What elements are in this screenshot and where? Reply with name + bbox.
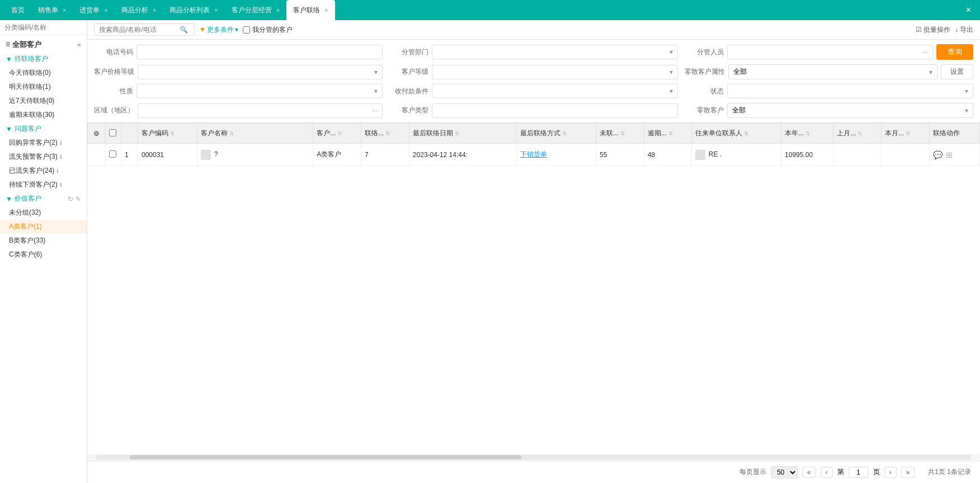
- th-no-contact[interactable]: 未联... ⇅: [596, 124, 644, 144]
- sidebar-item-7days[interactable]: 近7天待联络(0): [0, 94, 87, 108]
- tab-sales[interactable]: 销售单 ×: [31, 0, 73, 20]
- sidebar-item-at-risk[interactable]: 流失预警客户(3) ℹ: [0, 150, 87, 164]
- sidebar-item-overdue[interactable]: 逾期未联络(30): [0, 108, 87, 122]
- problem-customers-section[interactable]: ▼ 问题客户: [0, 122, 87, 136]
- th-this-year[interactable]: 本年... ⇅: [781, 124, 833, 144]
- filter-bar: 🔍 ▼ 更多条件 ▾ 我分管的客户 ☑ 批量操作 ↓ 导出: [87, 20, 980, 40]
- th-this-month[interactable]: 本月... ⇅: [882, 124, 930, 144]
- prev-page-button[interactable]: ‹: [821, 467, 833, 478]
- row-overdue: 48: [644, 144, 692, 166]
- person-select[interactable]: ···: [727, 45, 933, 59]
- tab-purchase[interactable]: 进货单 ×: [73, 0, 114, 20]
- sidebar-search-input[interactable]: [4, 23, 87, 31]
- close-product-analysis-tab[interactable]: ×: [153, 7, 156, 13]
- th-type[interactable]: 客户... ⇅: [313, 124, 361, 144]
- sidebar-item-lost[interactable]: 已流失客户(24) ℹ: [0, 164, 87, 178]
- th-contact[interactable]: 联络... ⇅: [361, 124, 409, 144]
- search-input[interactable]: [99, 26, 177, 34]
- arrow-down-icon-2: ▼: [6, 125, 12, 133]
- sidebar-item-a-class[interactable]: A类客户(1): [0, 220, 87, 234]
- value-customers-section[interactable]: ▼ 价值客户 ↻ ✎: [0, 192, 87, 206]
- gear-icon[interactable]: ⚙: [93, 130, 100, 138]
- tab-product-analysis[interactable]: 商品分析 ×: [115, 0, 163, 20]
- close-product-list-tab[interactable]: ×: [214, 7, 218, 13]
- customer-type-input[interactable]: [432, 103, 678, 118]
- th-settings[interactable]: ⚙: [88, 124, 106, 144]
- app-close-button[interactable]: ×: [962, 5, 976, 15]
- refresh-icon[interactable]: ↻: [68, 195, 73, 203]
- sidebar-item-c-class[interactable]: C类客户(6): [0, 248, 87, 262]
- th-last-date[interactable]: 最后联络日期 ⇅: [409, 124, 516, 144]
- table-row: 1 000031 ? A类客户 7 2023-04-12 14:44: 下销货单…: [88, 144, 980, 166]
- tab-customer-management[interactable]: 客户分层经营 ×: [225, 0, 286, 20]
- th-name[interactable]: 客户名称 ⇅: [197, 124, 313, 144]
- more-filters-button[interactable]: ▼ 更多条件 ▾: [199, 25, 238, 35]
- horizontal-scrollbar[interactable]: [87, 454, 980, 461]
- settings-button[interactable]: 设置: [941, 64, 973, 79]
- th-overdue[interactable]: 逾期... ⇅: [644, 124, 692, 144]
- sidebar-item-abnormal[interactable]: 回购异常客户(2) ℹ: [0, 136, 87, 150]
- filter-row-dept: 分管部门 ▾: [389, 44, 678, 60]
- row-last-method[interactable]: 下销货单: [517, 144, 596, 166]
- customer-tier-select[interactable]: ▾: [432, 65, 678, 79]
- region-select[interactable]: ···: [138, 103, 383, 118]
- close-customer-contact-tab[interactable]: ×: [324, 7, 328, 13]
- sort-icon-type: ⇅: [337, 130, 342, 136]
- query-button[interactable]: 查询: [936, 44, 973, 60]
- retail-attr-label: 零散客户属性: [685, 67, 725, 77]
- edit-icon[interactable]: ✎: [76, 195, 81, 203]
- price-tier-select[interactable]: ▾: [138, 65, 383, 79]
- grid-action-icon[interactable]: ⊞: [946, 150, 953, 159]
- total-label: 共1页 1条记录: [928, 467, 971, 477]
- search-icon[interactable]: 🔍: [180, 26, 188, 34]
- phone-label: 电话号码: [94, 48, 133, 57]
- person-label: 分管人员: [685, 48, 724, 57]
- search-box: 🔍: [94, 23, 195, 36]
- next-page-button[interactable]: ›: [884, 467, 897, 478]
- filter-right-actions: ☑ 批量操作 ↓ 导出: [916, 25, 973, 35]
- sidebar-item-today[interactable]: 今天待联络(0): [0, 66, 87, 80]
- customers-table: ⚙ 客户编码 ⇅: [87, 123, 980, 166]
- nature-select[interactable]: ▾: [136, 84, 383, 98]
- th-last-method[interactable]: 最后联络方式 ⇅: [517, 124, 596, 144]
- close-purchase-tab[interactable]: ×: [104, 7, 107, 13]
- batch-label: 批量操作: [924, 25, 950, 35]
- collapse-icon[interactable]: «: [77, 41, 81, 49]
- scrollbar-thumb[interactable]: [130, 455, 521, 460]
- current-page-input[interactable]: [849, 467, 869, 478]
- batch-operation-button[interactable]: ☑ 批量操作: [916, 25, 950, 35]
- sidebar-item-b-class[interactable]: B类客户(33): [0, 234, 87, 248]
- pending-contact-section[interactable]: ▼ 待联络客户: [0, 52, 87, 66]
- tab-customer-contact[interactable]: 客户联络 ×: [286, 0, 334, 20]
- sort-icon-last-month: ⇅: [858, 130, 862, 136]
- last-page-button[interactable]: »: [901, 467, 915, 478]
- chat-action-icon[interactable]: 💬: [933, 150, 943, 159]
- th-last-month[interactable]: 上月... ⇅: [833, 124, 882, 144]
- status-select[interactable]: ▾: [727, 84, 973, 98]
- sidebar-item-tomorrow[interactable]: 明天待联络(1): [0, 80, 87, 94]
- tab-product-analysis-list[interactable]: 商品分析列表 ×: [163, 0, 224, 20]
- phone-input[interactable]: [136, 45, 383, 59]
- first-page-button[interactable]: «: [802, 467, 816, 478]
- retail-customer-select[interactable]: 全部▾: [727, 103, 973, 118]
- row-select-checkbox[interactable]: [109, 150, 116, 158]
- value-customers-label: 价值客户: [15, 194, 41, 203]
- close-customer-mgmt-tab[interactable]: ×: [276, 7, 280, 13]
- sidebar-item-ungrouped[interactable]: 未分组(32): [0, 206, 87, 220]
- close-sales-tab[interactable]: ×: [63, 7, 66, 13]
- dept-select[interactable]: ▾: [432, 45, 678, 59]
- payment-select[interactable]: ▾: [432, 84, 678, 98]
- row-type: A类客户: [313, 144, 361, 166]
- last-method-link[interactable]: 下销货单: [520, 150, 547, 158]
- retail-attr-select[interactable]: 全部▾: [728, 64, 937, 79]
- customer-tier-label: 客户等级: [389, 67, 428, 77]
- th-code[interactable]: 客户编码 ⇅: [138, 124, 197, 144]
- export-button[interactable]: ↓ 导出: [955, 25, 973, 35]
- page-size-select[interactable]: 50: [771, 466, 798, 479]
- tab-home[interactable]: 首页: [4, 0, 31, 20]
- th-unit-contact[interactable]: 往来单位联系人 ⇅: [692, 124, 781, 144]
- sidebar-item-declining[interactable]: 持续下滑客户(2) ℹ: [0, 178, 87, 192]
- select-all-checkbox[interactable]: [109, 129, 116, 136]
- my-customers-checkbox[interactable]: [243, 26, 250, 34]
- sort-icon-no-contact: ⇅: [620, 130, 625, 136]
